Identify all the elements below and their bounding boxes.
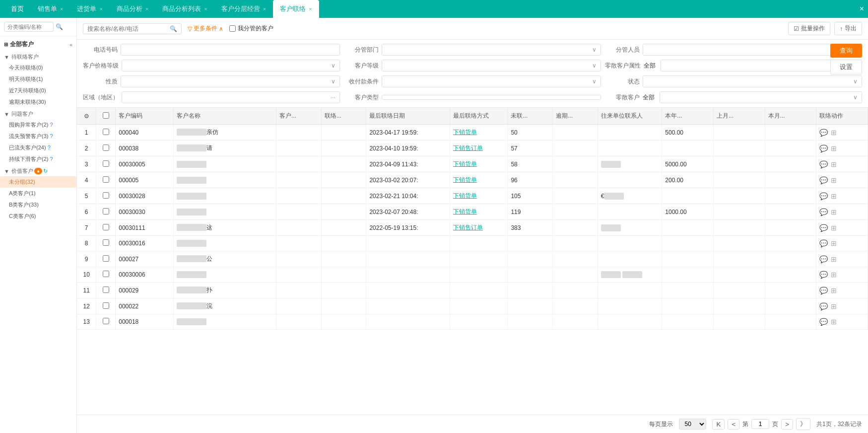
tab-customer-contact-close[interactable]: × [309, 6, 312, 12]
row-6-grid-icon[interactable]: ⊞ [831, 224, 837, 232]
row-1-lastway-link[interactable]: 下销售订单 [453, 144, 483, 151]
sidebar-search-input[interactable] [4, 22, 54, 32]
row-5-check[interactable] [96, 204, 116, 220]
tab-product-analysis-list[interactable]: 商品分析列表 × [155, 0, 214, 18]
row-7-check[interactable] [96, 236, 116, 251]
tab-customer-segment-close[interactable]: × [263, 6, 266, 12]
sidebar-item-tomorrow-pending[interactable]: 明天待联络(1) [0, 73, 76, 85]
row-1-grid-icon[interactable]: ⊞ [831, 144, 837, 152]
sidebar-value-group[interactable]: ▼ 价值客户 ● ↻ [0, 165, 76, 176]
tab-sales-close[interactable]: × [60, 6, 63, 12]
row-6-checkbox[interactable] [103, 224, 109, 230]
row-10-check[interactable] [96, 283, 116, 298]
main-search-icon[interactable]: 🔍 [170, 25, 177, 32]
sidebar-search-icon[interactable]: 🔍 [56, 23, 63, 30]
row-9-check[interactable] [96, 267, 116, 283]
row-6-chat-icon[interactable]: 💬 [819, 224, 828, 232]
row-4-lastway[interactable]: 下销货单 [450, 188, 508, 204]
row-0-grid-icon[interactable]: ⊞ [831, 129, 837, 137]
row-2-grid-icon[interactable]: ⊞ [831, 160, 837, 168]
row-10-chat-icon[interactable]: 💬 [819, 287, 828, 294]
row-12-chat-icon[interactable]: 💬 [819, 318, 828, 326]
row-12-grid-icon[interactable]: ⊞ [831, 318, 837, 326]
row-5-chat-icon[interactable]: 💬 [819, 208, 828, 216]
last-page-button[interactable]: 》 [796, 418, 810, 430]
sidebar-item-class-a[interactable]: A类客户(1) [0, 188, 76, 199]
row-1-chat-icon[interactable]: 💬 [819, 144, 828, 152]
row-6-lastway-link[interactable]: 下销售订单 [453, 224, 483, 231]
row-12-check[interactable] [96, 314, 116, 330]
row-1-check[interactable] [96, 141, 116, 156]
row-3-lastway-link[interactable]: 下销货单 [453, 176, 477, 183]
row-7-lastway[interactable] [450, 236, 508, 251]
row-0-lastway[interactable]: 下销货单 [450, 125, 508, 141]
row-6-lastway[interactable]: 下销售订单 [450, 220, 508, 236]
row-4-lastway-link[interactable]: 下销货单 [453, 192, 477, 199]
next-page-button[interactable]: > [781, 419, 793, 430]
row-6-check[interactable] [96, 220, 116, 236]
sidebar-item-class-b[interactable]: B类客户(33) [0, 199, 76, 211]
row-11-chat-icon[interactable]: 💬 [819, 302, 828, 310]
row-9-grid-icon[interactable]: ⊞ [831, 271, 837, 279]
row-12-checkbox[interactable] [103, 318, 109, 324]
page-input[interactable] [751, 419, 769, 429]
price-level-select[interactable]: ∨ [122, 60, 340, 72]
sidebar-item-abnormal[interactable]: 囤购异常客户(2) ? [0, 119, 76, 131]
row-8-grid-icon[interactable]: ⊞ [831, 255, 837, 263]
row-7-chat-icon[interactable]: 💬 [819, 239, 828, 247]
tab-home[interactable]: 首页 [4, 0, 31, 18]
row-3-grid-icon[interactable]: ⊞ [831, 176, 837, 184]
my-customers-checkbox[interactable]: 我分管的客户 [229, 24, 273, 33]
customer-type-select[interactable] [382, 95, 601, 100]
tab-product-analysis-close[interactable]: × [145, 6, 148, 12]
payment-select[interactable]: ∨ [382, 75, 601, 87]
row-9-lastway[interactable] [450, 267, 508, 283]
sidebar-pending-group[interactable]: ▼ 待联络客户 [0, 51, 76, 62]
sidebar-item-overdue[interactable]: 逾期未联络(30) [0, 96, 76, 108]
query-button[interactable]: 查询 [830, 44, 862, 58]
sidebar-item-today-pending[interactable]: 今天待联络(0) [0, 62, 76, 73]
select-all-checkbox[interactable] [103, 112, 109, 119]
row-3-checkbox[interactable] [103, 176, 109, 183]
sidebar-item-churned[interactable]: 已流失客户(24) ? [0, 142, 76, 153]
row-7-grid-icon[interactable]: ⊞ [831, 239, 837, 247]
row-3-chat-icon[interactable]: 💬 [819, 176, 828, 184]
tab-customer-contact[interactable]: 客户联络 × [273, 0, 319, 18]
main-search-input[interactable] [87, 25, 167, 32]
tab-product-analysis-list-close[interactable]: × [204, 6, 207, 12]
sidebar-all-customers[interactable]: ⊞ 全部客户 « [0, 36, 76, 51]
row-8-check[interactable] [96, 251, 116, 267]
sidebar-collapse-icon[interactable]: « [69, 42, 72, 48]
row-7-checkbox[interactable] [103, 239, 109, 246]
status-select[interactable]: ∨ [643, 75, 862, 87]
row-5-grid-icon[interactable]: ⊞ [831, 208, 837, 216]
row-11-check[interactable] [96, 298, 116, 314]
row-0-chat-icon[interactable]: 💬 [819, 129, 828, 137]
page-size-select[interactable]: 50 20 100 [679, 419, 706, 430]
manager-select[interactable]: ··· [643, 44, 862, 56]
row-4-chat-icon[interactable]: 💬 [819, 192, 828, 200]
row-11-lastway[interactable] [450, 298, 508, 314]
row-2-checkbox[interactable] [103, 160, 109, 167]
row-1-checkbox[interactable] [103, 144, 109, 151]
row-0-lastway-link[interactable]: 下销货单 [453, 129, 477, 136]
row-11-grid-icon[interactable]: ⊞ [831, 302, 837, 310]
row-5-checkbox[interactable] [103, 208, 109, 215]
export-button[interactable]: ↑ 导出 [834, 22, 862, 35]
row-2-chat-icon[interactable]: 💬 [819, 160, 828, 168]
col-checkbox-all[interactable] [96, 108, 116, 125]
reset-button[interactable]: 设置 [830, 60, 862, 74]
row-2-lastway-link[interactable]: 下销货单 [453, 160, 477, 167]
phone-input[interactable] [121, 44, 340, 56]
my-customers-check[interactable] [229, 25, 236, 32]
row-0-check[interactable] [96, 125, 116, 141]
row-5-lastway-link[interactable]: 下销货单 [453, 208, 477, 215]
row-5-lastway[interactable]: 下销货单 [450, 204, 508, 220]
tab-purchase[interactable]: 进货单 × [70, 0, 109, 18]
sidebar-item-churn-warning[interactable]: 流失预警客户(3) ? [0, 131, 76, 142]
sidebar-problem-group[interactable]: ▼ 问题客户 [0, 108, 76, 119]
row-10-lastway[interactable] [450, 283, 508, 298]
row-8-chat-icon[interactable]: 💬 [819, 255, 828, 263]
row-4-grid-icon[interactable]: ⊞ [831, 192, 837, 200]
zero-customer-select[interactable]: ∨ [660, 91, 862, 103]
